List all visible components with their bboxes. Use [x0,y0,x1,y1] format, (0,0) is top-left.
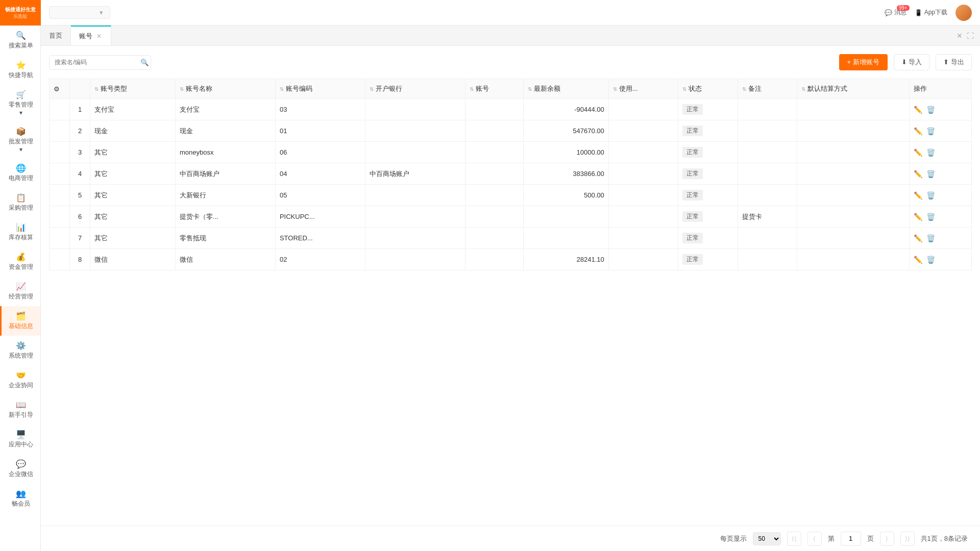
col-remark[interactable]: ⇅备注 [738,79,797,99]
sidebar-icon-finance: 💰 [16,252,26,262]
app-download-button[interactable]: 📱 App下载 [915,8,947,17]
sidebar-item-retail-mgmt[interactable]: 🛒零售管理▾ [0,85,40,121]
edit-icon[interactable]: ✏️ [914,148,922,157]
logo-text: 畅捷通好生意 [5,6,36,13]
col-bank[interactable]: ⇅开户银行 [365,79,465,99]
row-name: 支付宝 [176,99,276,120]
app-logo: 畅捷通好生意 乐惠版 [0,0,41,26]
sidebar-item-enterprise-agreement[interactable]: 🤝企业协同 [0,365,40,395]
row-bank: 中百商场账户 [365,163,465,185]
sidebar-item-purchase-mgmt[interactable]: 📋采购管理 [0,188,40,217]
edit-icon[interactable]: ✏️ [914,234,922,242]
edit-icon[interactable]: ✏️ [914,106,922,114]
row-name: 中百商场账户 [176,163,276,185]
top-search-dropdown[interactable]: ▾ [100,9,103,16]
sidebar-item-enterprise-wechat[interactable]: 💬企业微信 [0,454,40,484]
delete-icon[interactable]: 🗑️ [926,170,935,178]
row-gear[interactable] [50,99,70,120]
add-account-button[interactable]: + 新增账号 [839,54,888,70]
edit-icon[interactable]: ✏️ [914,127,922,135]
row-usage [608,206,678,228]
tab-close-account[interactable]: ✕ [95,33,103,40]
search-box[interactable]: 🔍 [49,55,151,70]
col-type[interactable]: ⇅账号类型 [90,79,176,99]
delete-icon[interactable]: 🗑️ [926,191,935,199]
edit-icon[interactable]: ✏️ [914,170,922,178]
logo-sub: 乐惠版 [13,13,27,20]
sidebar-item-operation[interactable]: 📈经营管理 [0,277,40,306]
col-usage[interactable]: ⇅使用... [608,79,678,99]
tab-home[interactable]: 首页 [41,26,71,45]
delete-icon[interactable]: 🗑️ [926,127,935,135]
pagination-bar: 每页显示 50 10 20 100 ⟨⟨ ⟨ 第 页 ⟩ ⟩⟩ 共1页，8条记录 [41,525,980,551]
tab-close-all-icon[interactable]: ✕ [957,32,963,40]
col-status[interactable]: ⇅状态 [678,79,738,99]
top-search-box[interactable]: ▾ [49,6,110,19]
delete-icon[interactable]: 🗑️ [926,106,935,114]
search-input[interactable] [50,56,136,69]
col-account[interactable]: ⇅账号 [465,79,523,99]
import-button[interactable]: ⬇ 导入 [894,54,930,70]
sidebar-item-member[interactable]: 👥畅会员 [0,484,40,513]
sidebar-item-finance[interactable]: 💰资金管理 [0,247,40,277]
row-bank [365,120,465,142]
col-default-payment[interactable]: ⇅默认结算方式 [797,79,910,99]
delete-icon[interactable]: 🗑️ [926,234,935,242]
sidebar-item-system-mgmt[interactable]: ⚙️系统管理 [0,336,40,365]
search-button[interactable]: 🔍 [136,56,151,69]
sidebar-item-ecommerce-mgmt[interactable]: 🌐电商管理 [0,158,40,188]
sidebar-label-new-guide: 新手引导 [9,411,33,419]
last-page-button[interactable]: ⟩⟩ [900,532,915,546]
sidebar-item-inventory[interactable]: 📊库存核算 [0,217,40,247]
sidebar-item-new-guide[interactable]: 📖新手引导 [0,395,40,424]
avatar[interactable] [955,5,972,21]
sidebar-label-finance: 资金管理 [9,263,33,271]
row-type: 其它 [90,185,176,206]
col-gear[interactable]: ⚙ [50,79,70,99]
sidebar-icon-purchase-mgmt: 📋 [16,193,26,203]
edit-icon[interactable]: ✏️ [914,191,922,199]
sidebar-item-search-menu[interactable]: 🔍搜索菜单 [0,26,40,55]
row-code: PICKUPC... [275,206,365,228]
per-page-select[interactable]: 50 10 20 100 [753,532,781,545]
row-gear[interactable] [50,163,70,185]
row-default-payment [797,206,910,228]
delete-icon[interactable]: 🗑️ [926,213,935,221]
row-remark [738,228,797,249]
row-gear[interactable] [50,142,70,163]
export-button[interactable]: ⬆ 导出 [936,54,972,70]
row-remark [738,163,797,185]
row-bank [365,99,465,120]
page-input[interactable] [841,532,861,546]
edit-icon[interactable]: ✏️ [914,213,922,221]
message-badge: 99+ [897,5,910,11]
edit-icon[interactable]: ✏️ [914,256,922,264]
row-account [465,228,523,249]
prev-page-button[interactable]: ⟨ [807,532,822,546]
row-gear[interactable] [50,185,70,206]
sidebar-item-app-center[interactable]: 🖥️应用中心 [0,424,40,454]
top-search-input[interactable] [54,9,100,16]
tab-account[interactable]: 账号✕ [71,26,111,45]
delete-icon[interactable]: 🗑️ [926,148,935,157]
top-header: ▾ 💬 消息 99+ 📱 App下载 [41,0,980,26]
message-button[interactable]: 💬 消息 99+ [885,8,906,17]
row-gear[interactable] [50,206,70,228]
header-right: 💬 消息 99+ 📱 App下载 [885,5,972,21]
col-balance[interactable]: ⇅最新余额 [523,79,608,99]
row-usage [608,249,678,270]
row-bank [365,185,465,206]
sidebar-item-quick-nav[interactable]: ⭐快捷导航 [0,55,40,85]
first-page-button[interactable]: ⟨⟨ [787,532,801,546]
tab-maximize-icon[interactable]: ⛶ [967,32,974,40]
next-page-button[interactable]: ⟩ [880,532,894,546]
sidebar-item-basic-info[interactable]: 🗂️基础信息 [0,306,40,336]
row-gear[interactable] [50,228,70,249]
row-gear[interactable] [50,120,70,142]
col-name[interactable]: ⇅账号名称 [176,79,276,99]
delete-icon[interactable]: 🗑️ [926,256,935,264]
message-icon: 💬 [885,9,892,16]
row-gear[interactable] [50,249,70,270]
col-code[interactable]: ⇅账号编码 [275,79,365,99]
sidebar-item-wholesale-mgmt[interactable]: 📦批发管理▾ [0,121,40,158]
